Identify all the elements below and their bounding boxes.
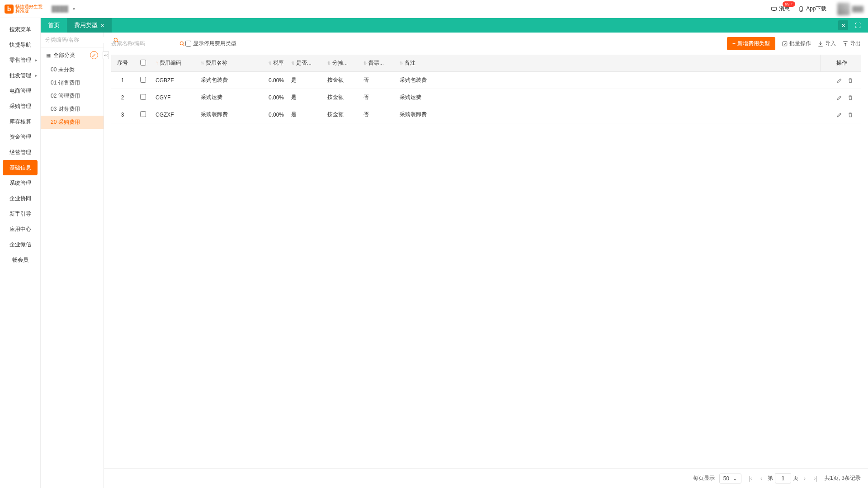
sidebar-item-企业协同[interactable]: 企业协同 bbox=[0, 191, 40, 206]
sidebar-item-label: 批发管理 bbox=[9, 72, 31, 80]
delete-row-button[interactable] bbox=[847, 77, 854, 84]
cell-op bbox=[820, 89, 861, 106]
col-alloc[interactable]: 分摊... bbox=[324, 55, 360, 72]
cell-rate: 0.00% bbox=[256, 72, 288, 89]
app-download-button[interactable]: App下载 bbox=[798, 5, 826, 13]
cell-alloc: 按金额 bbox=[324, 72, 360, 89]
last-page-button[interactable]: ›| bbox=[811, 474, 820, 483]
cell-name: 采购装卸费 bbox=[197, 106, 256, 123]
next-page-button[interactable]: › bbox=[800, 474, 809, 483]
first-page-button[interactable]: |‹ bbox=[746, 474, 755, 483]
search-icon[interactable] bbox=[113, 36, 119, 43]
table-wrap: 序号 费用编码 费用名称 税率 是否... 分摊... 普票... 备注 操作 … bbox=[104, 55, 868, 468]
category-header-label: 全部分类 bbox=[53, 52, 75, 59]
sidebar-item-资金管理[interactable]: 资金管理 bbox=[0, 129, 40, 145]
sidebar-item-系统管理[interactable]: 系统管理 bbox=[0, 175, 40, 191]
category-header[interactable]: ▦ 全部分类 ≪ bbox=[41, 47, 104, 63]
sidebar-item-企业微信[interactable]: 企业微信 bbox=[0, 237, 40, 252]
row-checkbox[interactable] bbox=[140, 111, 146, 117]
edit-row-button[interactable] bbox=[836, 111, 843, 118]
row-checkbox[interactable] bbox=[140, 77, 146, 83]
sidebar-item-采购管理[interactable]: 采购管理 bbox=[0, 99, 40, 114]
sidebar-item-库存核算[interactable]: 库存核算 bbox=[0, 114, 40, 129]
tab-首页[interactable]: 首页 bbox=[41, 18, 67, 33]
messages-button[interactable]: 消息 99 + bbox=[771, 5, 790, 13]
col-checkbox[interactable] bbox=[134, 55, 152, 72]
cell-seq: 2 bbox=[111, 89, 134, 106]
sidebar-item-label: 库存核算 bbox=[9, 118, 31, 126]
sidebar-item-label: 采购管理 bbox=[9, 103, 31, 110]
category-item[interactable]: 03 财务费用 bbox=[41, 103, 104, 116]
close-all-tabs-button[interactable]: ✕ bbox=[838, 20, 848, 30]
sidebar-item-畅会员[interactable]: 畅会员 bbox=[0, 252, 40, 267]
cell-op bbox=[820, 72, 861, 89]
col-name[interactable]: 费用名称 bbox=[197, 55, 256, 72]
sidebar-item-应用中心[interactable]: 应用中心 bbox=[0, 221, 40, 237]
avatar bbox=[837, 3, 850, 15]
sidebar-item-批发管理[interactable]: 批发管理▸ bbox=[0, 68, 40, 83]
page-input[interactable] bbox=[775, 473, 791, 483]
cell-alloc: 按金额 bbox=[324, 89, 360, 106]
row-checkbox[interactable] bbox=[140, 94, 146, 100]
fullscreen-button[interactable]: ⛶ bbox=[853, 20, 863, 30]
edit-icon bbox=[782, 40, 788, 47]
close-icon: ✕ bbox=[841, 22, 846, 29]
add-type-button[interactable]: + 新增费用类型 bbox=[727, 37, 775, 50]
sidebar-item-搜索菜单[interactable]: 搜索菜单 bbox=[0, 22, 40, 37]
cell-code: CGZXF bbox=[152, 106, 197, 123]
show-disabled-checkbox[interactable]: 显示停用费用类型 bbox=[185, 40, 236, 47]
toolbar: 显示停用费用类型 + 新增费用类型 批量操作 导入 bbox=[104, 33, 868, 55]
col-code[interactable]: 费用编码 bbox=[152, 55, 197, 72]
logo-subtitle: 标准版 bbox=[15, 9, 42, 14]
sidebar-item-经营管理[interactable]: 经营管理 bbox=[0, 145, 40, 160]
category-item[interactable]: 02 管理费用 bbox=[41, 89, 104, 103]
content-search-input[interactable] bbox=[111, 38, 179, 48]
edit-category-button[interactable] bbox=[90, 51, 98, 59]
table-row: 2CGYF采购运费0.00%是按金额否采购运费 bbox=[111, 89, 861, 106]
col-rate[interactable]: 税率 bbox=[256, 55, 288, 72]
user-menu[interactable]: ███ bbox=[835, 3, 863, 15]
category-item[interactable]: 00 未分类 bbox=[41, 63, 104, 76]
cell-is: 是 bbox=[288, 89, 324, 106]
show-disabled-checkbox-input[interactable] bbox=[185, 41, 191, 47]
cell-op bbox=[820, 106, 861, 123]
data-table: 序号 费用编码 费用名称 税率 是否... 分摊... 普票... 备注 操作 … bbox=[111, 55, 861, 123]
svg-point-3 bbox=[114, 38, 117, 42]
export-icon bbox=[842, 40, 849, 47]
user-name: ███ bbox=[852, 6, 863, 12]
category-item[interactable]: 01 销售费用 bbox=[41, 76, 104, 89]
tab-费用类型[interactable]: 费用类型✕ bbox=[67, 18, 112, 33]
import-button[interactable]: 导入 bbox=[817, 40, 836, 47]
select-all-checkbox[interactable] bbox=[140, 60, 146, 66]
sidebar-item-电商管理[interactable]: 电商管理 bbox=[0, 83, 40, 99]
svg-line-4 bbox=[117, 41, 118, 42]
category-item[interactable]: 20 采购费用 bbox=[41, 116, 104, 129]
import-label: 导入 bbox=[825, 40, 836, 47]
delete-row-button[interactable] bbox=[847, 94, 854, 101]
col-is[interactable]: 是否... bbox=[288, 55, 324, 72]
edit-row-button[interactable] bbox=[836, 94, 843, 101]
chevron-down-icon[interactable]: ▾ bbox=[73, 6, 75, 11]
category-search-input[interactable] bbox=[45, 37, 113, 43]
per-page-select[interactable]: 50 ⌄ bbox=[719, 474, 741, 483]
edit-row-button[interactable] bbox=[836, 77, 843, 84]
prev-page-button[interactable]: ‹ bbox=[757, 474, 766, 483]
collapse-panel-button[interactable]: ≪ bbox=[103, 51, 109, 59]
delete-row-button[interactable] bbox=[847, 111, 854, 118]
per-page-value: 50 bbox=[723, 475, 729, 482]
search-icon[interactable] bbox=[179, 40, 185, 47]
messages-badge: 99 + bbox=[783, 1, 795, 7]
plus-icon: + bbox=[732, 41, 736, 47]
show-disabled-label: 显示停用费用类型 bbox=[193, 40, 236, 47]
sidebar-item-新手引导[interactable]: 新手引导 bbox=[0, 206, 40, 221]
company-selector[interactable]: ████ bbox=[52, 5, 68, 12]
col-seq[interactable]: 序号 bbox=[111, 55, 134, 72]
sidebar-item-零售管理[interactable]: 零售管理▸ bbox=[0, 52, 40, 68]
sidebar-item-快捷导航[interactable]: 快捷导航 bbox=[0, 37, 40, 52]
col-remark[interactable]: 备注 bbox=[396, 55, 820, 72]
col-ticket[interactable]: 普票... bbox=[360, 55, 396, 72]
export-button[interactable]: 导出 bbox=[842, 40, 861, 47]
batch-action-button[interactable]: 批量操作 bbox=[782, 40, 811, 47]
sidebar-item-基础信息[interactable]: 基础信息 bbox=[3, 160, 38, 175]
close-icon[interactable]: ✕ bbox=[100, 23, 104, 28]
